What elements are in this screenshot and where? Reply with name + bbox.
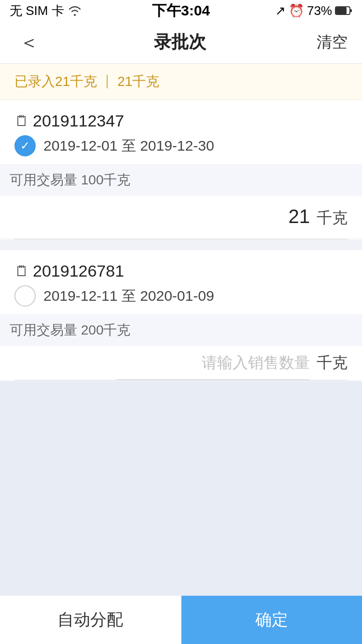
- batch-2-date-row: 2019-12-11 至 2020-01-09: [14, 285, 348, 307]
- status-right: ↗ ⏰ 73%: [275, 3, 352, 18]
- footer: 自动分配 确定: [0, 596, 362, 644]
- batch-2-separator: [14, 380, 348, 380]
- batch-2-id: 2019126781: [33, 262, 124, 280]
- content-area: 🗒 2019112347 ✓ 2019-12-01 至 2019-12-30 可…: [0, 100, 362, 642]
- total-text: 21千克: [117, 72, 159, 91]
- back-button[interactable]: ＜: [14, 24, 43, 60]
- location-icon: ↗: [275, 3, 286, 18]
- alarm-icon: ⏰: [289, 3, 304, 18]
- batch-2-unit: 千克: [317, 352, 348, 374]
- batch-2-radio[interactable]: [14, 285, 36, 307]
- batch-card-2-inner: 🗒 2019126781 2019-12-11 至 2020-01-09: [0, 250, 362, 307]
- status-left: 无 SIM 卡: [10, 2, 82, 19]
- batch-2-id-row: 🗒 2019126781: [14, 262, 348, 280]
- batch-1-date: 2019-12-01 至 2019-12-30: [43, 136, 214, 156]
- battery-text: 73%: [307, 3, 332, 18]
- batch-2-date: 2019-12-11 至 2020-01-09: [43, 286, 214, 306]
- batch-1-date-row: ✓ 2019-12-01 至 2019-12-30: [14, 135, 348, 156]
- batch-card-1-inner: 🗒 2019112347 ✓ 2019-12-01 至 2019-12-30: [0, 100, 362, 156]
- battery-icon: [335, 6, 352, 15]
- confirm-button[interactable]: 确定: [181, 596, 362, 644]
- batch-1-check-icon: ✓: [20, 139, 30, 153]
- batch-2-quantity-row: 千克: [0, 346, 362, 380]
- info-banner: 已录入21千克 21千克: [0, 64, 362, 100]
- page-title: 录批次: [154, 30, 206, 54]
- banner-divider: [107, 75, 108, 88]
- nav-bar: ＜ 录批次 清空: [0, 21, 362, 64]
- batch-1-available: 可用交易量 100千克: [0, 164, 362, 196]
- batch-1-quantity-row: 21 千克: [0, 196, 362, 239]
- batch-card-2: 🗒 2019126781 2019-12-11 至 2020-01-09 可用交…: [0, 250, 362, 380]
- batch-2-doc-icon: 🗒: [14, 263, 29, 280]
- svg-rect-2: [336, 7, 347, 14]
- batch-card-1: 🗒 2019112347 ✓ 2019-12-01 至 2019-12-30 可…: [0, 100, 362, 239]
- batch-1-radio[interactable]: ✓: [14, 135, 36, 156]
- batch-1-separator: [14, 239, 348, 239]
- wifi-icon: [68, 5, 82, 16]
- section-divider: [0, 240, 362, 250]
- clear-button[interactable]: 清空: [317, 32, 348, 53]
- batch-1-quantity-value: 21: [289, 206, 310, 227]
- svg-rect-1: [350, 9, 352, 12]
- batch-1-doc-icon: 🗒: [14, 113, 29, 129]
- status-bar: 无 SIM 卡 下午3:04 ↗ ⏰ 73%: [0, 0, 362, 21]
- auto-distribute-button[interactable]: 自动分配: [0, 596, 181, 644]
- batch-1-quantity-unit: 千克: [317, 208, 348, 229]
- status-time: 下午3:04: [152, 1, 210, 21]
- batch-2-available: 可用交易量 200千克: [0, 314, 362, 346]
- batch-1-id: 2019112347: [33, 112, 124, 130]
- recorded-text: 已录入21千克: [14, 72, 97, 91]
- batch-1-id-row: 🗒 2019112347: [14, 112, 348, 130]
- batch-2-quantity-input[interactable]: [116, 346, 310, 380]
- no-sim-text: 无 SIM 卡: [10, 2, 64, 19]
